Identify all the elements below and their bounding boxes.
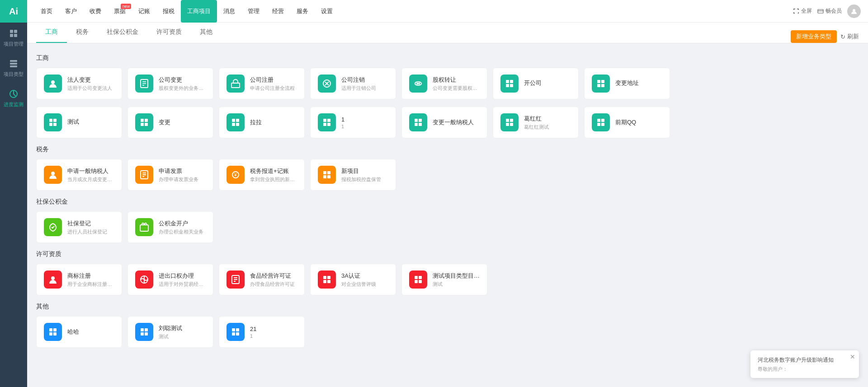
svg-rect-50 xyxy=(510,119,513,122)
cards-grid-gongshang: 法人变更 适用于公司变更法人 公司变更 股权变更外的业务变更 xyxy=(36,68,859,99)
sidebar-item-progress-monitor[interactable]: 进度监测 xyxy=(0,83,27,113)
svg-rect-54 xyxy=(601,119,604,122)
nav-home[interactable]: 首页 xyxy=(34,0,59,23)
card-icon-x4 xyxy=(318,270,336,289)
card-c11[interactable]: 1 1 xyxy=(310,107,396,138)
card-o1[interactable]: 哈哈 xyxy=(36,316,122,348)
notification-popup: ✕ 河北税务数字账户升级影响通知 尊敬的用户： xyxy=(750,350,859,378)
card-c13[interactable]: 葛红红 葛红红测试 xyxy=(493,107,579,138)
card-t1[interactable]: 申请一般纳税人 当月或次月成变更完成 xyxy=(36,159,122,191)
svg-rect-84 xyxy=(49,328,52,331)
section-title-shebao: 社保公积金 xyxy=(36,198,859,206)
nav-message[interactable]: 消息 xyxy=(217,0,241,23)
card-c9[interactable]: 变更 xyxy=(127,107,213,138)
card-text-c3: 公司注册 申请公司注册全流程 xyxy=(250,76,297,92)
card-x3[interactable]: 食品经营许可证 办理食品经营许可证 xyxy=(219,264,305,295)
sidebar-item-project-type[interactable]: 项目类型 xyxy=(0,53,27,83)
card-x5[interactable]: 测试项目类型目定义 测试 xyxy=(401,264,487,295)
card-c7[interactable]: 变更地址 xyxy=(584,68,670,99)
sidebar-logo: Ai xyxy=(0,0,27,23)
svg-rect-55 xyxy=(597,123,600,126)
svg-rect-0 xyxy=(10,30,13,33)
tab-gongshang[interactable]: 工商 xyxy=(36,23,67,43)
card-c12[interactable]: 变更一般纳税人 xyxy=(401,107,487,138)
card-c10[interactable]: 拉拉 xyxy=(219,107,305,138)
card-o3[interactable]: 21 1 xyxy=(219,316,305,348)
svg-rect-49 xyxy=(506,119,509,122)
svg-rect-66 xyxy=(323,175,326,178)
card-x2[interactable]: 进出口权办理 适用于对外贸易经营者 xyxy=(127,264,213,295)
card-s1[interactable]: 社保登记 进行人员社保登记 xyxy=(36,211,122,243)
card-c8[interactable]: 测试 xyxy=(36,107,122,138)
card-icon-c13 xyxy=(500,113,519,131)
svg-rect-76 xyxy=(323,276,326,279)
svg-rect-27 xyxy=(597,84,600,87)
add-business-button[interactable]: 新增业务类型 xyxy=(791,30,837,43)
svg-rect-1 xyxy=(14,30,17,33)
card-desc-x3: 办理食品经营许可证 xyxy=(250,281,297,288)
refresh-button[interactable]: ↻ 刷新 xyxy=(840,33,859,41)
sidebar-item-project-manage[interactable]: 项目管理 xyxy=(0,23,27,53)
tab-shebao[interactable]: 社保公积金 xyxy=(98,23,147,43)
svg-rect-25 xyxy=(597,80,600,83)
svg-rect-56 xyxy=(601,123,604,126)
avatar[interactable] xyxy=(847,5,861,18)
nav-settings[interactable]: 设置 xyxy=(315,0,339,23)
card-text-c7: 变更地址 xyxy=(615,79,662,88)
member-button[interactable]: 畅会员 xyxy=(817,7,842,15)
nav-industry[interactable]: 工商项目 xyxy=(181,0,217,23)
nav-operation[interactable]: 经营 xyxy=(266,0,290,23)
card-text-c11: 1 1 xyxy=(341,116,388,129)
card-title-c5: 股权转让 xyxy=(433,76,480,84)
svg-rect-77 xyxy=(327,276,330,279)
card-c3[interactable]: 公司注册 申请公司注册全流程 xyxy=(219,68,305,99)
card-c14[interactable]: 前期QQ xyxy=(584,107,670,138)
card-icon-o2 xyxy=(135,323,153,341)
fullscreen-button[interactable]: 全屏 xyxy=(793,7,812,15)
card-icon-c5 xyxy=(409,75,427,93)
tab-shuiwu[interactable]: 税务 xyxy=(67,23,98,43)
svg-rect-34 xyxy=(145,119,148,122)
tab-other[interactable]: 其他 xyxy=(191,23,222,43)
svg-rect-52 xyxy=(510,123,513,126)
card-icon-x5 xyxy=(409,270,427,289)
svg-rect-36 xyxy=(145,123,148,126)
card-t3[interactable]: ¥ 税务报道+记账 拿到营业执照的新公司 xyxy=(219,159,305,191)
nav-accounting[interactable]: 记账 xyxy=(132,0,156,23)
card-title-o1: 哈哈 xyxy=(67,328,114,336)
card-x1[interactable]: 商标注册 用于企业商标注册服务 xyxy=(36,264,122,295)
card-text-t3: 税务报道+记账 拿到营业执照的新公司 xyxy=(250,167,297,183)
card-t2[interactable]: 申请发票 办理申请发票业务 xyxy=(127,159,213,191)
notification-close-button[interactable]: ✕ xyxy=(850,353,855,360)
nav-tax[interactable]: 报税 xyxy=(156,0,181,23)
nav-ticket[interactable]: 票据 new xyxy=(108,0,132,23)
notification-title: 河北税务数字账户升级影响通知 xyxy=(758,356,852,364)
nav-collection[interactable]: 收费 xyxy=(83,0,108,23)
card-c5[interactable]: 股权转让 公司变更需要股权转让 xyxy=(401,68,487,99)
card-c4[interactable]: 公司注销 适用于注销公司 xyxy=(310,68,396,99)
cards-grid-xuke: 商标注册 用于企业商标注册服务 进出口权办理 适用于对外贸易经营者 xyxy=(36,264,859,295)
svg-rect-89 xyxy=(145,328,148,331)
nav-service[interactable]: 服务 xyxy=(290,0,315,23)
card-title-x4: 3A认证 xyxy=(341,272,388,280)
svg-rect-29 xyxy=(49,119,52,122)
card-desc-t2: 办理申请发票业务 xyxy=(159,176,206,183)
card-title-s2: 公积金开户 xyxy=(159,219,206,228)
card-icon-t1 xyxy=(44,166,62,184)
nav-customer[interactable]: 客户 xyxy=(59,0,83,23)
card-desc-c13: 葛红红测试 xyxy=(524,124,571,131)
card-c1[interactable]: 法人变更 适用于公司变更法人 xyxy=(36,68,122,99)
card-t4[interactable]: 新项目 报税加税控盘保管 xyxy=(310,159,396,191)
svg-rect-3 xyxy=(14,34,17,37)
card-o2[interactable]: 刘聪测试 测试 xyxy=(127,316,213,348)
tab-xuke[interactable]: 许可资质 xyxy=(147,23,191,43)
card-c2[interactable]: 公司变更 股权变更外的业务变更 xyxy=(127,68,213,99)
svg-rect-39 xyxy=(232,123,235,126)
nav-manage[interactable]: 管理 xyxy=(241,0,266,23)
card-x4[interactable]: 3A认证 对企业信誉评级 xyxy=(310,264,396,295)
card-title-c4: 公司注销 xyxy=(341,76,388,84)
svg-rect-78 xyxy=(323,280,326,283)
svg-rect-81 xyxy=(419,276,422,279)
card-s2[interactable]: 公积金开户 办理公积金相关业务 xyxy=(127,211,213,243)
card-c6[interactable]: 开公司 xyxy=(493,68,579,99)
